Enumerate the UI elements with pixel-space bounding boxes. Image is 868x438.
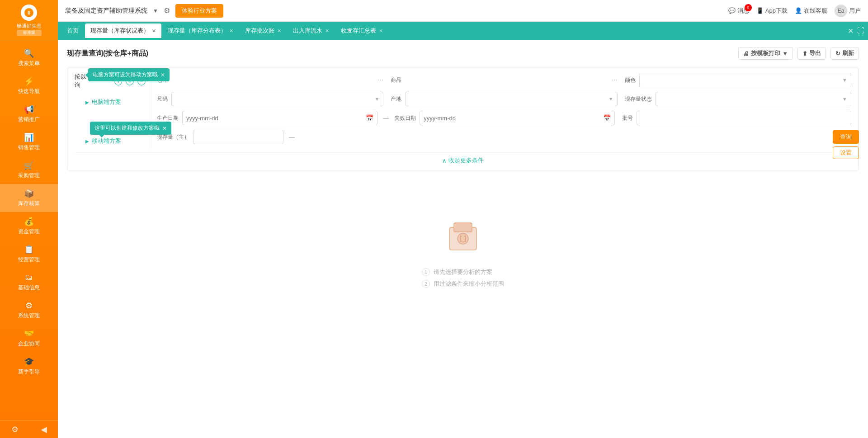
export-btn[interactable]: ⬆ 导出 (797, 47, 826, 60)
stock-qty-min-input[interactable] (193, 130, 283, 144)
calendar-icon: 📅 (603, 114, 611, 122)
tooltip-pc-close[interactable]: ✕ (160, 72, 165, 78)
sidebar-item-finance[interactable]: 💰 资金管理 (0, 212, 58, 240)
expiry-date-input-field[interactable] (424, 115, 603, 122)
schema-group-pc-label: 电脑端方案 (92, 98, 121, 106)
batch-label: 批号 (622, 114, 633, 122)
refresh-btn[interactable]: ↻ 刷新 (830, 47, 859, 60)
collapse-label: 收起更多条件 (448, 156, 484, 165)
sidebar-item-basic-info[interactable]: 🗂 基础信息 (0, 268, 58, 296)
empty-icon (440, 214, 486, 259)
filter-row-3: 生产日期 📅 — 失效日期 📅 (157, 111, 851, 125)
tab-stock-dist[interactable]: 现存量（库存分布表） ✕ (162, 24, 239, 38)
tab-batch-ledger[interactable]: 库存批次账 ✕ (240, 24, 287, 38)
sidebar-footer: ⚙ ◀ (0, 420, 58, 438)
tab-home-label: 首页 (67, 27, 79, 35)
enterprise-icon: 🤝 (24, 329, 34, 339)
tab-expand-icon[interactable]: ⛶ (857, 27, 864, 35)
tab-close-icon[interactable]: ✕ (379, 28, 383, 34)
filter-section: 按以下方案查询 + ↻ « 电脑方案可设为移动方案哦 ✕ (67, 67, 859, 170)
tooltip-pc-schema: 电脑方案可设为移动方案哦 ✕ (88, 68, 170, 81)
production-date-start[interactable]: 📅 (182, 111, 377, 125)
size-dropdown-icon: ▼ (374, 96, 379, 102)
sidebar-item-sales[interactable]: 📊 销售管理 (0, 128, 58, 156)
sidebar-item-system[interactable]: ⚙ 系统管理 (0, 296, 58, 324)
online-service-btn[interactable]: 👤 在线客服 (795, 7, 827, 15)
batch-input-field[interactable] (641, 115, 847, 122)
filter-color-field: 颜色 ▼ (625, 73, 851, 87)
batch-input[interactable] (637, 111, 851, 125)
tab-close-all-icon[interactable]: ✕ (848, 27, 854, 35)
tab-stock-status-label: 现存量（库存状况表） (90, 27, 149, 35)
settings-btn[interactable]: 设置 (833, 146, 859, 159)
stock-qty-min-field[interactable] (197, 134, 279, 141)
header-left: 装备及固定资产辅助管理系统 ▼ ⚙ 体验行业方案 (65, 4, 223, 18)
tab-close-icon[interactable]: ✕ (325, 28, 329, 34)
production-date-start-input[interactable] (186, 115, 366, 122)
filter-size-label: 尺码 (157, 95, 168, 103)
tab-stock-flow[interactable]: 出入库流水 ✕ (288, 24, 335, 38)
search-btn[interactable]: 查询 (833, 130, 859, 144)
filter-left-panel: 按以下方案查询 + ↻ « 电脑方案可设为移动方案哦 ✕ (75, 73, 151, 149)
sidebar-item-quick-nav[interactable]: ⚡ 快速导航 (0, 72, 58, 100)
color-select[interactable]: ▼ (639, 73, 851, 87)
collapse-sidebar-btn[interactable]: ◀ (41, 424, 47, 434)
tooltip-create-close[interactable]: ✕ (162, 125, 167, 132)
inventory-icon: 📦 (24, 188, 34, 198)
qty-dash: — (289, 134, 295, 141)
schema-group-mobile[interactable]: ▶ 移动端方案 (82, 135, 146, 147)
sidebar-item-inventory[interactable]: 📦 库存核算 (0, 184, 58, 212)
settings-icon[interactable]: ⚙ (164, 6, 170, 15)
print-template-btn[interactable]: 🖨 按模板打印 ▼ (738, 47, 793, 60)
export-icon: ⬆ (802, 50, 807, 57)
expiry-date-label: 失效日期 (394, 114, 416, 122)
size-select[interactable]: ▼ (171, 92, 383, 106)
tab-close-icon[interactable]: ✕ (277, 28, 281, 34)
svg-point-8 (464, 235, 466, 237)
step-num-1: 1 (422, 268, 430, 276)
product-dots-btn[interactable]: ··· (611, 76, 617, 84)
origin-dropdown-icon: ▼ (609, 96, 613, 102)
system-name: 装备及固定资产辅助管理系统 (65, 7, 147, 15)
sidebar-item-marketing[interactable]: 📢 营销推广 (0, 100, 58, 128)
tab-close-icon[interactable]: ✕ (152, 28, 156, 34)
sidebar-item-search[interactable]: 🔍 搜索菜单 (0, 44, 58, 72)
sidebar-item-guide[interactable]: 🎓 新手引导 (0, 352, 58, 380)
app-download-btn[interactable]: 📱 App下载 (756, 7, 788, 15)
expiry-date-input[interactable]: 📅 (420, 111, 615, 125)
sidebar-item-label: 资金管理 (18, 228, 40, 235)
mobile-icon: 📱 (756, 7, 764, 14)
sidebar-item-purchase[interactable]: 🛒 采购管理 (0, 156, 58, 184)
user-menu[interactable]: Ea 用户 (835, 5, 861, 17)
sidebar-item-label: 企业协同 (18, 340, 40, 348)
filter-size-field: 尺码 ▼ (157, 92, 383, 106)
sidebar-item-enterprise[interactable]: 🤝 企业协同 (0, 324, 58, 352)
tab-close-icon[interactable]: ✕ (229, 28, 233, 34)
sidebar-item-label: 库存核算 (18, 200, 40, 207)
sidebar-item-label: 新手引导 (18, 368, 40, 376)
tab-home[interactable]: 首页 (61, 24, 84, 38)
tab-stock-flow-label: 出入库流水 (293, 27, 322, 35)
experience-btn[interactable]: 体验行业方案 (175, 4, 223, 18)
date-dash: — (383, 115, 389, 122)
collapse-filter-btn[interactable]: ∧ 收起更多条件 (75, 152, 851, 165)
tab-stock-status[interactable]: 现存量（库存状况表） ✕ (85, 24, 161, 38)
tabbar: 首页 现存量（库存状况表） ✕ 现存量（库存分布表） ✕ 库存批次账 ✕ 出入库… (58, 22, 868, 40)
filter-right-panel: 仓库 ··· 商品 ··· 颜色 (151, 73, 851, 149)
empty-step-1: 1 请先选择要分析的方案 (422, 268, 504, 276)
origin-select[interactable]: ▼ (405, 92, 617, 106)
stock-status-select[interactable]: ▼ (656, 92, 851, 106)
filter-origin-field: 产地 ▼ (391, 92, 617, 106)
refresh-label: 刷新 (842, 49, 854, 57)
sidebar-item-label: 快速导航 (18, 88, 40, 95)
app-download-label: App下载 (765, 7, 788, 15)
system-dropdown-icon[interactable]: ▼ (153, 8, 158, 14)
notification-btn[interactable]: 💬 9 消息 (728, 7, 749, 15)
svg-point-7 (460, 235, 462, 237)
settings-footer-btn[interactable]: ⚙ (11, 424, 19, 434)
sidebar-item-operations[interactable]: 📋 经营管理 (0, 240, 58, 268)
warehouse-dots-btn[interactable]: ··· (377, 76, 383, 84)
tooltip-create-text: 这里可以创建和修改方案哦 (94, 124, 160, 132)
schema-group-pc[interactable]: ▶ 电脑端方案 (82, 96, 146, 108)
tab-receive-summary[interactable]: 收发存汇总表 ✕ (335, 24, 388, 38)
